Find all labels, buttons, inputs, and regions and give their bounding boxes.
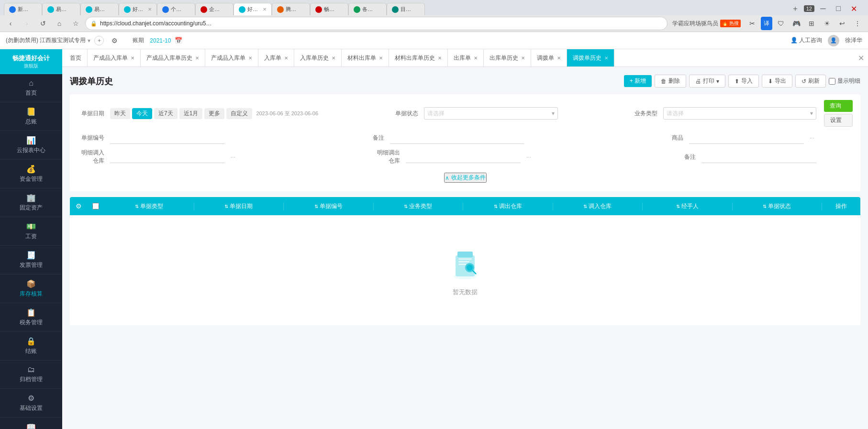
display-toggle[interactable]: 显示明细 — [829, 77, 860, 85]
status-select[interactable]: 请选择 ▾ — [424, 107, 558, 120]
browser-tab-9[interactable]: 畅… — [310, 3, 348, 15]
browser-tab-11[interactable]: 目… — [387, 3, 425, 15]
date-btn-yesterday[interactable]: 昨天 — [110, 108, 130, 119]
calendar-icon[interactable]: 📅 — [175, 37, 182, 44]
remark-input[interactable] — [390, 132, 524, 144]
date-btn-custom[interactable]: 自定义 — [226, 108, 252, 119]
browser-tab-6[interactable]: 企… — [195, 3, 234, 15]
table-checkbox-cell[interactable] — [87, 203, 104, 209]
new-tab-button[interactable]: ＋ — [789, 2, 802, 15]
address-bar[interactable]: 🔒 https://cloud.chanjet.com/accounting/u… — [85, 17, 668, 30]
sidebar-item-home[interactable]: ⌂ 首页 — [0, 74, 62, 102]
biz-type-select[interactable]: 请选择 ▾ — [663, 107, 816, 120]
sidebar-item-closing[interactable]: 🔒 结账 — [0, 332, 62, 361]
browser-tab-2[interactable]: 易… — [42, 3, 80, 15]
sidebar-item-finance[interactable]: 💰 资金管理 — [0, 160, 62, 188]
browser-tab-1[interactable]: 新… — [4, 3, 42, 15]
user-service-link[interactable]: 👤 人工咨询 — [790, 36, 822, 44]
sidebar-item-ledger[interactable]: 📒 总账 — [0, 102, 62, 131]
close-all-tabs-button[interactable]: ✕ — [854, 54, 868, 63]
sidebar-item-guide[interactable]: 📖 新手引导 — [0, 418, 62, 429]
browser-tab-8[interactable]: 腾… — [272, 3, 310, 15]
table-gear-cell[interactable]: ⚙ — [70, 202, 87, 210]
page-tab-5[interactable]: 入库单历史 ✕ — [294, 49, 342, 66]
query-button[interactable]: 查询 — [824, 100, 853, 112]
goods-input[interactable] — [689, 132, 804, 144]
out-warehouse-input[interactable] — [406, 151, 521, 163]
browser-tab-4[interactable]: 好… ✕ — [119, 3, 157, 15]
sidebar-item-assets[interactable]: 🏢 固定资产 — [0, 188, 62, 217]
date-btn-7days[interactable]: 近7天 — [154, 108, 178, 119]
forward-button[interactable]: › — [20, 17, 33, 30]
tab-close-7[interactable]: ✕ — [263, 7, 267, 12]
user-avatar[interactable]: 👤 — [828, 35, 839, 46]
sidebar-item-reports[interactable]: 📊 云报表中心 — [0, 131, 62, 160]
page-tab-10[interactable]: 调拨单 ✕ — [531, 49, 567, 66]
page-tab-close-1[interactable]: ✕ — [131, 55, 134, 61]
undo-button[interactable]: ↩ — [835, 17, 849, 30]
in-warehouse-input[interactable] — [110, 151, 225, 163]
goods-dots-button[interactable]: ··· — [808, 134, 816, 141]
sidebar-item-archive[interactable]: 🗂 归档管理 — [0, 361, 62, 389]
page-tab-close-6[interactable]: ✕ — [379, 55, 383, 61]
display-checkbox[interactable] — [829, 78, 835, 85]
page-tab-7[interactable]: 材料出库单历史 ✕ — [389, 49, 448, 66]
page-tab-2[interactable]: 产成品入库单历史 ✕ — [141, 49, 205, 66]
collapse-button[interactable]: ∧ 收起更多条件 — [444, 173, 487, 183]
grid-button[interactable]: ⊞ — [805, 17, 818, 30]
add-company-button[interactable]: ＋ — [94, 36, 104, 45]
settings-button[interactable]: 设置 — [824, 114, 853, 127]
export-button[interactable]: ⬇ 导出 — [762, 75, 792, 88]
company-selector[interactable]: (勿删勿禁用) 江西服宝测试专用 ▾ — [6, 36, 90, 44]
page-tab-close-10[interactable]: ✕ — [557, 55, 561, 61]
out-warehouse-dots-button[interactable]: ··· — [524, 154, 533, 160]
sidebar-item-settings[interactable]: ⚙ 基础设置 — [0, 389, 62, 418]
sidebar-item-inventory[interactable]: 📦 库存核算 — [0, 275, 62, 303]
import-button[interactable]: ⬆ 导入 — [728, 75, 759, 88]
date-btn-more[interactable]: 更多 — [204, 108, 224, 119]
number-input[interactable] — [110, 132, 225, 144]
period-value[interactable]: 2021-10 — [150, 37, 171, 44]
page-tab-6[interactable]: 材料出库单 ✕ — [342, 49, 389, 66]
select-all-checkbox[interactable] — [92, 203, 99, 209]
home-button[interactable]: ⌂ — [53, 17, 66, 30]
browser-minimize-button[interactable]: ─ — [816, 2, 830, 15]
browser-tab-3[interactable]: 易… — [80, 3, 119, 15]
page-tab-close-5[interactable]: ✕ — [332, 55, 335, 61]
new-button[interactable]: + 新增 — [624, 75, 652, 87]
th-number[interactable]: ⇅ 单据编号 — [284, 202, 374, 210]
th-operator[interactable]: ⇅ 经手人 — [643, 202, 733, 210]
sidebar-logo[interactable]: 畅捷通好会计 旗舰版 — [0, 49, 62, 74]
translate-button[interactable]: 译 — [761, 17, 772, 30]
page-tab-close-3[interactable]: ✕ — [248, 55, 252, 61]
th-out-warehouse[interactable]: ⇅ 调出仓库 — [463, 202, 553, 210]
page-tab-4[interactable]: 入库单 ✕ — [258, 49, 294, 66]
th-in-warehouse[interactable]: ⇅ 调入仓库 — [553, 202, 643, 210]
detail-remark-input[interactable] — [701, 151, 816, 163]
shield-button[interactable]: 🛡 — [774, 17, 788, 30]
game-button[interactable]: 🎮 — [790, 17, 803, 30]
sidebar-item-tax[interactable]: 📋 税务管理 — [0, 303, 62, 332]
th-biz-type[interactable]: ⇅ 业务类型 — [374, 202, 464, 210]
browser-maximize-button[interactable]: □ — [832, 2, 845, 15]
page-tab-close-8[interactable]: ✕ — [474, 55, 478, 61]
page-tab-1[interactable]: 产成品入库单 ✕ — [88, 49, 141, 66]
delete-button[interactable]: 🗑 删除 — [655, 75, 686, 88]
th-date[interactable]: ⇅ 单据日期 — [194, 202, 284, 210]
in-warehouse-dots-button[interactable]: ··· — [229, 154, 237, 160]
tab-close-4[interactable]: ✕ — [148, 7, 152, 12]
back-button[interactable]: ‹ — [4, 17, 17, 30]
date-btn-today[interactable]: 今天 — [132, 108, 152, 119]
page-tab-3[interactable]: 产成品入库单 ✕ — [205, 49, 258, 66]
page-tab-close-9[interactable]: ✕ — [521, 55, 525, 61]
page-tab-11[interactable]: 调拨单历史 ✕ — [567, 49, 614, 66]
page-tab-8[interactable]: 出库单 ✕ — [448, 49, 484, 66]
browser-tab-7[interactable]: 好… ✕ — [234, 3, 272, 15]
th-status[interactable]: ⇅ 单据状态 — [733, 202, 823, 210]
scissors-button[interactable]: ✂ — [746, 17, 759, 30]
print-button[interactable]: 🖨 打印 ▾ — [689, 75, 725, 88]
page-tab-close-2[interactable]: ✕ — [195, 55, 199, 61]
more-button[interactable]: ⋮ — [851, 17, 864, 30]
page-tab-close-4[interactable]: ✕ — [284, 55, 288, 61]
page-tab-9[interactable]: 出库单历史 ✕ — [484, 49, 531, 66]
